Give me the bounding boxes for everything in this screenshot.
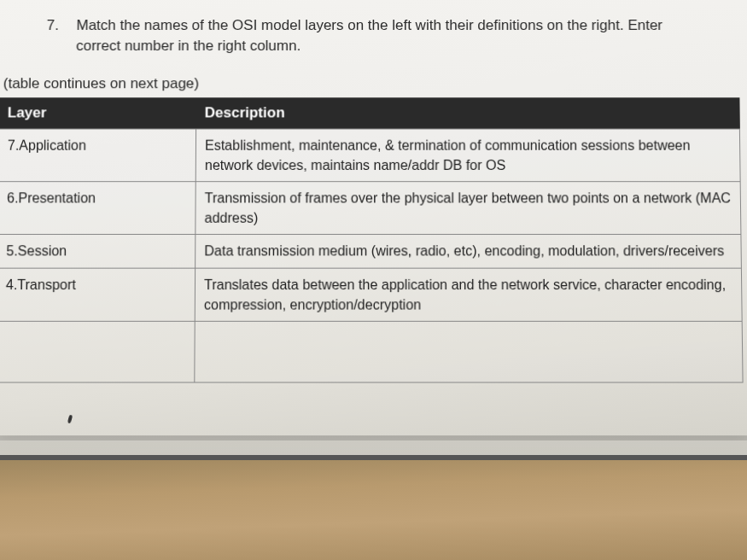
table-empty-row [0, 321, 743, 382]
description-cell: Transmission of frames over the physical… [196, 182, 741, 235]
header-layer: Layer [0, 97, 196, 129]
table-row: 6.Presentation Transmission of frames ov… [0, 182, 741, 235]
description-cell: Establishment, maintenance, & terminatio… [196, 129, 740, 182]
continuation-note: (table continues on next page) [0, 75, 747, 92]
table-header-row: Layer Description [0, 97, 739, 129]
empty-cell [0, 321, 195, 382]
layer-cell: 4.Transport [0, 268, 196, 322]
osi-table-wrap: Layer Description 7.Application Establis… [0, 97, 747, 383]
description-cell: Data transmission medium (wires, radio, … [196, 235, 742, 268]
header-description: Description [196, 97, 740, 129]
description-cell: Translates data between the application … [195, 268, 742, 322]
layer-cell: 5.Session [0, 235, 196, 268]
desk-surface [0, 458, 747, 560]
osi-table: Layer Description 7.Application Establis… [0, 97, 744, 383]
table-row: 5.Session Data transmission medium (wire… [0, 235, 741, 268]
empty-cell [195, 321, 743, 382]
layer-cell: 6.Presentation [0, 182, 196, 235]
question-block: 7. Match the names of the OSI model laye… [0, 15, 747, 56]
question-number: 7. [47, 15, 73, 36]
table-row: 4.Transport Translates data between the … [0, 268, 742, 322]
question-text: Match the names of the OSI model layers … [76, 15, 696, 56]
worksheet-paper: 7. Match the names of the OSI model laye… [0, 0, 747, 435]
table-row: 7.Application Establishment, maintenance… [0, 129, 740, 182]
layer-cell: 7.Application [0, 129, 196, 182]
